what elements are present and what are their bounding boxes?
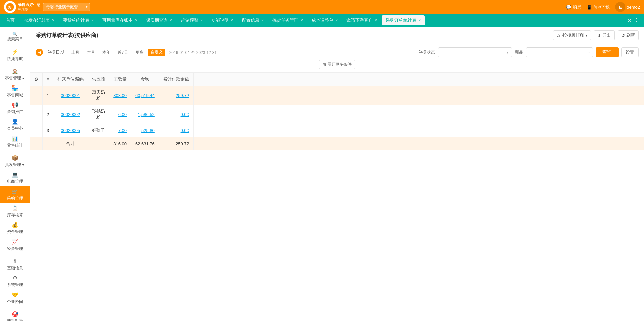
sidebar-item-kucunhesuan[interactable]: 📋 库存核算 [0,203,30,220]
tab-yaoqingxiayoukehumen[interactable]: 邀请下游客户 × [342,15,381,25]
content-area: 采购订单统计表(按供应商) 🖨 按模板打印 ▾ ⬇ 导出 ↺ 刷新 [30,27,644,321]
cell-main-qty[interactable]: 6.00 [109,105,131,124]
cell-amount[interactable]: 60,519.44 [131,86,159,105]
tab-close-baobaoqixianchaxun[interactable]: × [170,18,172,23]
cell-cumulative-paid[interactable]: 0.00 [159,124,193,137]
footer-main-qty: 316.00 [109,137,131,150]
refresh-icon: ↺ [621,33,625,38]
main-layout: 🔍 搜索菜单 ⚡ 快捷导航 🏠 零售管理 ▲ 🏪 零售商城 📢 营销推广 👤 会… [0,27,644,321]
tab-close-caigoudantongjibiao[interactable]: × [418,18,421,23]
logo-text: 畅捷通好生意 标准版 [18,3,40,11]
cell-main-qty[interactable]: 7.00 [109,124,131,137]
sidebar-item-huiyuanzhongxin[interactable]: 👤 会员中心 [0,116,30,133]
nav-expand-btn[interactable]: ⛶ [635,16,643,24]
tab-close-peizhi[interactable]: × [261,18,264,23]
shortcut-this-year[interactable]: 本年 [99,49,113,56]
collapse-btn[interactable]: ◀ [36,49,43,56]
nav-close-btn[interactable]: ✕ [625,16,633,24]
tab-yaohuodantongjibiao[interactable]: 要货单统计表 × [59,15,98,25]
shortcut-more[interactable]: 更多 [132,49,147,56]
footer-supplier [88,137,109,150]
setting-btn[interactable]: 设置 [621,47,639,57]
sidebar-item-xitonguanli[interactable]: ⚙ 系统管理 [0,273,30,289]
export-btn[interactable]: ⬇ 导出 [594,30,615,40]
caigouguanli-icon: 🛒 [12,188,18,195]
tab-close-yaoqingxiayoukehumen[interactable]: × [375,18,377,23]
th-gear[interactable]: ⚙ [30,73,43,86]
data-table: ⚙ # 往来单位编码 供应商 主数量 金额 累计付款金额 1 00020001 … [30,73,644,150]
sidebar-item-pifaguanli[interactable]: 📦 批发管理 ▼ [0,153,30,169]
sidebar-item-diangshanguanli[interactable]: 💻 电商管理 [0,169,30,186]
th-cumulative-paid: 累计付款金额 [159,73,193,86]
sidebar-item-jichuxinxi[interactable]: ℹ 基础信息 [0,256,30,273]
tab-chengbentiaozhen[interactable]: 成本调整单 × [308,15,342,25]
tab-peizhi[interactable]: 配置信息 × [238,15,268,25]
sidebar-item-jinggyingguanli[interactable]: 📈 经营管理 [0,236,30,253]
cell-supplier-code[interactable]: 00020001 [53,86,88,105]
tab-close-chaochuyujing[interactable]: × [200,18,203,23]
lingshoutongji-icon: 📊 [12,135,18,142]
tab-chaochuyujing[interactable]: 超储预警 × [177,15,207,25]
shortcut-last-month[interactable]: 上月 [68,49,83,56]
sidebar-item-ziijinguanli[interactable]: 💰 资金管理 [0,220,30,236]
cell-cumulative-paid[interactable]: 259.72 [159,86,193,105]
tab-gongnengshuo[interactable]: 功能说明 × [207,15,237,25]
tab-close-keyongliangkucunzhangben[interactable]: × [135,18,137,23]
tab-close-chengbentiaozhen[interactable]: × [335,18,338,23]
cell-cumulative-paid[interactable]: 0.00 [159,105,193,124]
message-btn[interactable]: 💬 消息 [566,4,581,10]
tab-close-gongnengshuo[interactable]: × [231,18,233,23]
cell-supplier-name: 飞鹤奶粉 [88,105,109,124]
lingshouchang-icon: 🏪 [12,85,18,91]
status-select[interactable]: ▾ [438,47,512,57]
goods-filter[interactable]: ··· [526,47,593,57]
tab-close-shoufahuihzong[interactable]: × [52,18,54,23]
cell-amount[interactable]: 525.80 [131,124,159,137]
app-download-btn[interactable]: 📱 App下载 [587,4,610,10]
right-filter-group: 单据状态 ▾ 商品 ··· 查询 设置 [418,47,639,57]
cell-supplier-code[interactable]: 00020005 [53,124,88,137]
query-btn[interactable]: 查询 [596,47,619,57]
template-print-btn[interactable]: 🖨 按模板打印 ▾ [553,30,591,40]
sidebar-item-caigouguanli[interactable]: 🛒 采购管理 [0,186,30,203]
sidebar-item-lingshouguan[interactable]: 🏠 零售管理 ▲ [0,66,30,83]
cell-main-qty[interactable]: 303.00 [109,86,131,105]
tab-keyongliangkucunzhangben[interactable]: 可用量库存账本 × [98,15,141,25]
tab-caigoudantongjibiao[interactable]: 采购订单统计表 × [382,15,425,25]
cell-supplier-code[interactable]: 00020002 [53,105,88,124]
sidebar-search[interactable]: 🔍 搜索菜单 [0,30,30,44]
tab-home[interactable]: 首页 [1,17,19,23]
page-actions: 🖨 按模板打印 ▾ ⬇ 导出 ↺ 刷新 [553,30,639,40]
expand-more-btn[interactable]: ⊞ 展开更多条件 [319,60,355,69]
cell-amount[interactable]: 1,586.52 [131,105,159,124]
th-supplier-code: 往来单位编码 [53,73,88,86]
shortcut-icon: ⚡ [12,49,18,55]
sidebar-item-qiyexietong[interactable]: 🤝 企业协同 [0,289,30,306]
cell-gear [30,124,43,137]
shortcut-this-month[interactable]: 本月 [84,49,98,56]
sidebar-item-shortcut[interactable]: ⚡ 快捷导航 [0,47,30,63]
sidebar-item-lingshoutongji[interactable]: 📊 零售统计 [0,133,30,150]
goods-more-icon[interactable]: ··· [586,50,590,55]
cell-gear [30,86,43,105]
sidebar-item-yinxiaotuguan[interactable]: 📢 营销推广 [0,100,30,116]
tab-baobaoqixianchaxun[interactable]: 保质期查询 × [142,15,176,25]
date-custom-tag[interactable]: 自定义 [148,49,165,56]
table-body: 1 00020001 惠氏奶粉 303.00 60,519.44 259.72 … [30,86,644,137]
workspace-selector[interactable]: 母婴行业演示账套 [43,3,90,11]
tab-peihuorenwuguanli[interactable]: 拣货任务管理 × [268,15,307,25]
sidebar-item-xinshouyindao[interactable]: 🎯 新手引导 [0,309,30,321]
shortcut-7days[interactable]: 近7天 [115,49,131,56]
cell-gear [30,105,43,124]
table-footer: 合计 316.00 62,631.76 259.72 [30,137,644,150]
tab-close-peihuorenwuguanli[interactable]: × [301,18,303,23]
refresh-btn[interactable]: ↺ 刷新 [618,30,639,40]
sidebar-item-lingshouchang[interactable]: 🏪 零售商城 [0,83,30,100]
th-index: # [43,73,53,86]
logo-icon: 好 [4,1,16,13]
tab-close-yaohuodantongjibiao[interactable]: × [91,18,94,23]
user-avatar-area[interactable]: E demo2 [615,2,640,12]
jinggyingguanli-icon: 📈 [12,238,18,245]
footer-spacer [193,137,644,150]
tab-shoufahuihzong[interactable]: 收发存汇总表 × [20,15,58,25]
